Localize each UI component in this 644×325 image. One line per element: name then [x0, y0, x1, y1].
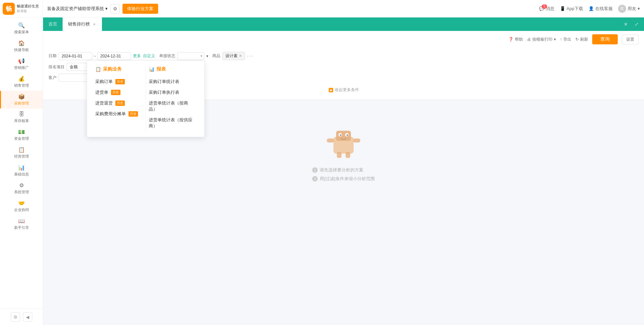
- purchase-order-history: 历史: [115, 79, 125, 84]
- topbar-settings-btn[interactable]: ⚙: [110, 4, 120, 13]
- sales-label: 销售管理: [14, 83, 29, 88]
- tab-window-close-btn[interactable]: ✕: [621, 19, 631, 29]
- sidebar-item-quicknav[interactable]: 🏠 快捷导航: [0, 37, 43, 55]
- sidebar-item-inventory[interactable]: 🗄 库存核算: [0, 109, 43, 126]
- svg-rect-6: [327, 138, 334, 143]
- tab-home[interactable]: 首页: [43, 17, 63, 31]
- report-3-label: 进货单统计表（按商品）: [149, 100, 196, 112]
- topbar-right: 💬 5 消息 📱 App下载 👤 在线客服 友 用友 ▾: [539, 5, 640, 13]
- dropdown-item-expense[interactable]: 采购费用分摊单 历史: [95, 109, 143, 119]
- sidebar-item-search[interactable]: 🔍 搜索菜单: [0, 19, 43, 37]
- tab-sales-rank[interactable]: 销售排行榜 ✕: [63, 17, 102, 31]
- order-status-label: 单据状态: [159, 53, 175, 59]
- svg-point-4: [340, 134, 342, 136]
- refresh-btn[interactable]: ↻ 刷新: [575, 35, 588, 44]
- goods-tag-close[interactable]: ✕: [239, 54, 242, 58]
- goods-label: 商品: [212, 53, 220, 59]
- date-filter: 日期 ~ 更多 自定义: [48, 52, 155, 60]
- collapse-text: 收起更多条件: [335, 87, 359, 93]
- return-label: 进货退货: [95, 100, 113, 106]
- return-history: 历史: [115, 100, 125, 106]
- sidebar-item-sales[interactable]: 💰 销售管理: [0, 73, 43, 91]
- date-label: 日期: [48, 53, 57, 59]
- search-icon: 🔍: [18, 22, 25, 29]
- order-status-arrow: ▾: [206, 54, 208, 58]
- corp-icon: 🤝: [18, 200, 25, 206]
- svg-point-5: [347, 134, 348, 136]
- dropdown-item-report-2[interactable]: 采购订单执行表: [149, 87, 196, 98]
- sidebar-item-marketing[interactable]: 📢 营销推广: [0, 55, 43, 73]
- tip1-num: 1: [312, 167, 318, 173]
- sidebar-settings-btn[interactable]: ⚙: [11, 312, 20, 322]
- operation-label: 经营管理: [14, 154, 29, 159]
- user-btn[interactable]: 友 用友 ▾: [618, 5, 640, 13]
- search-label: 搜索菜单: [14, 30, 29, 35]
- system-title-dropdown[interactable]: 装备及固定资产辅助管理系统 ▾: [47, 6, 108, 12]
- dropdown-item-report-1[interactable]: 采购订单统计表: [149, 76, 196, 87]
- refresh-label: 刷新: [580, 37, 588, 42]
- system-label: 系统管理: [14, 190, 29, 195]
- sidebar-item-basic[interactable]: 📊 基础信息: [0, 162, 43, 179]
- message-badge: 5: [542, 4, 547, 9]
- refresh-icon: ↻: [575, 37, 579, 42]
- online-service-btn[interactable]: 👤 在线客服: [588, 6, 613, 12]
- industry-btn[interactable]: 体验行业方案: [122, 4, 158, 14]
- header-actions: ❓ 帮助 🖨 按模板打印 ▾ ↑ 导出 ↻ 刷新 查询 设置: [43, 31, 644, 48]
- topbar: 装备及固定资产辅助管理系统 ▾ ⚙ 体验行业方案 💬 5 消息 📱 App下载 …: [43, 0, 644, 17]
- dropdown-item-purchase-order[interactable]: 采购订单 历史: [95, 76, 143, 87]
- inventory-label: 库存核算: [14, 118, 29, 123]
- fund-label: 资金管理: [14, 136, 29, 141]
- date-more-link[interactable]: 更多: [133, 53, 141, 59]
- query-btn[interactable]: 查询: [592, 34, 618, 44]
- sidebar-item-system[interactable]: ⚙ 系统管理: [0, 179, 43, 197]
- sidebar-collapse-btn[interactable]: ◀: [23, 312, 32, 322]
- app-download-label: App下载: [567, 6, 583, 12]
- marketing-icon: 📢: [18, 58, 25, 64]
- purchase-col-icon: 📋: [95, 67, 101, 72]
- date-end-input[interactable]: [97, 52, 131, 60]
- print-btn[interactable]: 🖨 按模板打印 ▾: [527, 35, 556, 44]
- dropdown-item-report-4[interactable]: 进货单统计表（按供应商）: [149, 115, 196, 131]
- report-1-label: 采购订单统计表: [149, 79, 179, 85]
- purchase-label: 采购管理: [14, 101, 29, 106]
- tab-sales-rank-label: 销售排行榜: [68, 21, 90, 27]
- help-btn[interactable]: ❓ 帮助: [508, 35, 523, 44]
- sidebar-item-corp[interactable]: 🤝 企业协同: [0, 197, 43, 215]
- sidebar-item-purchase[interactable]: 📦 采购管理: [0, 91, 43, 109]
- quicknav-icon: 🏠: [18, 40, 25, 46]
- inbound-label: 进货单: [95, 89, 108, 95]
- tab-close-icon[interactable]: ✕: [92, 22, 97, 27]
- sidebar-item-operation[interactable]: 📋 经营管理: [0, 144, 43, 162]
- marketing-label: 营销推广: [14, 65, 29, 70]
- goods-tag: 设计素 ✕: [222, 52, 245, 60]
- rank-label: 排名项目: [48, 64, 65, 70]
- svg-rect-8: [337, 152, 342, 158]
- logo-subtitle: 标准版: [17, 9, 39, 13]
- dropdown-arrow-icon: ▾: [105, 6, 108, 11]
- empty-tip-2: 2 用[过滤]条件来缩小分析范围: [312, 176, 374, 182]
- dropdown-item-inbound[interactable]: 进货单 历史: [95, 87, 143, 98]
- dropdown-item-return[interactable]: 进货退货 历史: [95, 98, 143, 109]
- dropdown-report-col: 📊 报表 采购订单统计表 采购订单执行表 进货单统计表（按商品） 进货单统计表（…: [146, 66, 199, 131]
- message-btn[interactable]: 💬 5 消息: [539, 6, 554, 12]
- purchase-order-label: 采购订单: [95, 79, 113, 85]
- tab-expand-btn[interactable]: ⤢: [632, 19, 641, 29]
- goods-tag-value: 设计素: [225, 53, 238, 59]
- purchase-col-title: 📋 采购业务: [95, 66, 143, 72]
- export-label: 导出: [563, 37, 571, 42]
- sidebar-item-guide[interactable]: 📖 新手引导: [0, 215, 43, 233]
- app-download-btn[interactable]: 📱 App下载: [560, 6, 583, 12]
- dropdown-purchase-col: 📋 采购业务 采购订单 历史 进货单 历史 进货退货 历史 采购费用分摊单: [93, 66, 146, 131]
- sidebar-item-fund[interactable]: 💵 资金管理: [0, 126, 43, 144]
- empty-illustration: [323, 127, 364, 160]
- help-icon: ❓: [508, 37, 513, 42]
- order-status-select[interactable]: [177, 52, 204, 60]
- date-custom-link[interactable]: 自定义: [143, 53, 155, 59]
- export-btn[interactable]: ↑ 导出: [560, 35, 571, 44]
- goods-dots[interactable]: ···: [247, 53, 253, 59]
- filter-settings-btn[interactable]: 设置: [622, 35, 639, 44]
- user-dropdown-icon: ▾: [638, 6, 640, 11]
- export-icon: ↑: [560, 37, 562, 42]
- dropdown-item-report-3[interactable]: 进货单统计表（按商品）: [149, 98, 196, 115]
- date-start-input[interactable]: [59, 52, 92, 60]
